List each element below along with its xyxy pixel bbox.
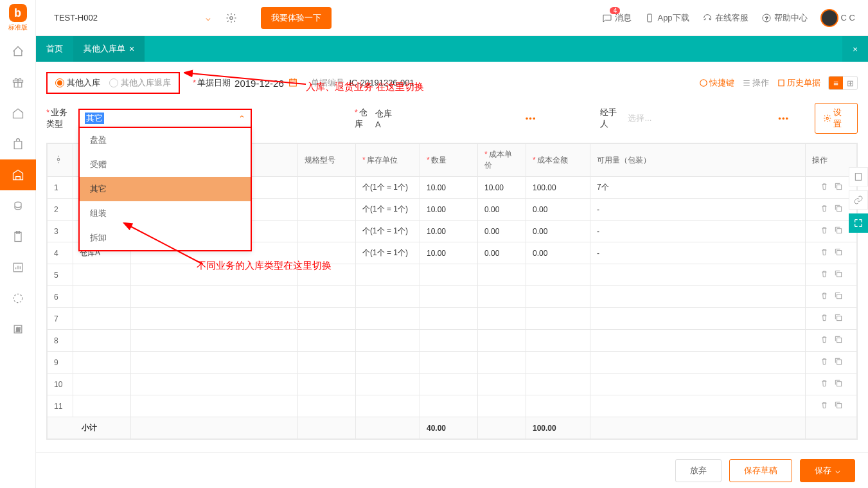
nav-bag[interactable] [0,129,36,159]
copy-icon[interactable] [834,269,843,280]
biztype-select[interactable]: 其它 ⌃ [78,109,252,128]
dropdown-item[interactable]: 组装 [80,201,251,226]
table-row[interactable]: 5 [48,264,857,286]
rt-expand-icon[interactable] [849,213,868,233]
radio-return[interactable]: 其他入库退库 [109,77,171,89]
delete-icon[interactable] [820,401,829,411]
radio-inbound-label: 其他入库 [67,77,100,89]
delete-icon[interactable] [820,182,829,193]
svg-rect-27 [837,382,841,386]
username: C C [841,13,855,23]
operation-button[interactable]: 操作 [742,77,769,89]
col-qty: *数量 [420,144,478,177]
online-cs-button[interactable]: 在线客服 [702,12,748,24]
rt-note-icon[interactable] [849,167,868,186]
delete-icon[interactable] [820,269,829,280]
table-row[interactable]: 10 [48,374,857,395]
rt-link-icon[interactable] [849,190,868,210]
radio-inbound[interactable]: 其他入库 [55,77,100,89]
delete-icon[interactable] [820,379,829,390]
svg-rect-23 [837,294,841,299]
app-download-button[interactable]: App下载 [644,12,689,24]
date-field[interactable]: *单据日期 2019-12-26 [193,77,298,89]
nav-home[interactable] [0,36,36,67]
experience-button[interactable]: 我要体验一下 [261,7,332,29]
tab-bar-close[interactable]: × [842,36,868,62]
nav-money[interactable] [0,190,36,221]
operator-select[interactable]: 选择... [628,113,774,124]
delete-icon[interactable] [820,313,829,324]
copy-icon[interactable] [834,379,843,390]
nav-house[interactable] [0,98,36,129]
svg-rect-19 [837,207,841,212]
copy-icon[interactable] [834,357,843,368]
dropdown-item[interactable]: 其它 [80,177,251,201]
copy-icon[interactable] [834,401,843,411]
view-toggle: ≡ ⊞ [828,76,858,90]
help-center-button[interactable]: ? 帮助中心 [761,12,808,24]
delete-icon[interactable] [820,204,829,215]
dropdown-item[interactable]: 受赠 [80,152,251,177]
copy-icon[interactable] [834,182,843,193]
table-row[interactable]: 9 [48,352,857,374]
nav-warehouse[interactable] [0,159,36,190]
user-menu[interactable]: C C [820,9,855,27]
footer: 放弃 保存草稿 保存 ⌵ [36,452,868,488]
left-sidebar: b 标准版 新 [0,0,36,488]
nav-clipboard[interactable] [0,221,36,252]
online-cs-label: 在线客服 [715,12,748,24]
calendar-icon[interactable] [288,77,298,89]
chevron-down-icon: ⌵ [835,465,840,475]
nav-gift[interactable] [0,67,36,98]
help-center-label: 帮助中心 [774,12,808,24]
view-list[interactable]: ≡ [829,77,843,89]
save-draft-button[interactable]: 保存草稿 [729,459,792,482]
radio-icon [55,78,64,87]
logo-text: 标准版 [8,23,28,32]
col-cost-amount: *成本金额 [526,144,590,177]
table-row[interactable]: 7 [48,308,857,330]
svg-rect-24 [837,316,841,321]
copy-icon[interactable] [834,291,843,302]
copy-icon[interactable] [834,335,843,346]
copy-icon[interactable] [834,313,843,324]
table-row[interactable]: 11 [48,395,857,417]
discard-button[interactable]: 放弃 [675,459,722,482]
message-button[interactable]: 消息 4 [602,12,632,24]
dropdown-item[interactable]: 拆卸 [80,226,251,250]
operator-field: 经手人 选择... ••• [600,107,789,130]
table-row[interactable]: 8 [48,330,857,352]
radio-icon [109,78,118,87]
svg-text:新: 新 [15,327,20,332]
view-grid[interactable]: ⊞ [843,77,857,89]
delete-icon[interactable] [820,291,829,302]
save-button[interactable]: 保存 ⌵ [800,459,855,482]
company-select[interactable]: TEST-H002 ⌵ [49,8,216,28]
table-row[interactable]: 6 [48,286,857,308]
copy-icon[interactable] [834,226,843,237]
gear-column-header[interactable] [48,144,73,177]
tab-home[interactable]: 首页 [36,36,73,62]
top-header: TEST-H002 ⌵ 我要体验一下 消息 4 App下载 在 [36,0,868,36]
delete-icon[interactable] [820,357,829,368]
ellipsis-icon[interactable]: ••• [778,114,789,123]
shortcut-button[interactable]: 快捷键 [699,77,734,89]
tab-current[interactable]: 其他入库单 × [73,36,145,62]
copy-icon[interactable] [834,248,843,258]
close-icon[interactable]: × [129,44,134,54]
svg-point-16 [826,117,828,119]
nav-circle[interactable] [0,283,36,314]
settings-icon[interactable] [221,8,242,28]
col-available: 可用量（包装） [590,144,806,177]
nav-report[interactable] [0,252,36,283]
nav-new[interactable]: 新 [0,314,36,345]
dropdown-item[interactable]: 盘盈 [80,128,251,152]
svg-rect-20 [837,229,841,233]
delete-icon[interactable] [820,335,829,346]
copy-icon[interactable] [834,204,843,215]
delete-icon[interactable] [820,248,829,258]
history-button[interactable]: 历史单据 [777,77,820,89]
ellipsis-icon[interactable]: ••• [526,114,536,123]
settings-button[interactable]: 设置 [815,103,858,134]
delete-icon[interactable] [820,226,829,237]
